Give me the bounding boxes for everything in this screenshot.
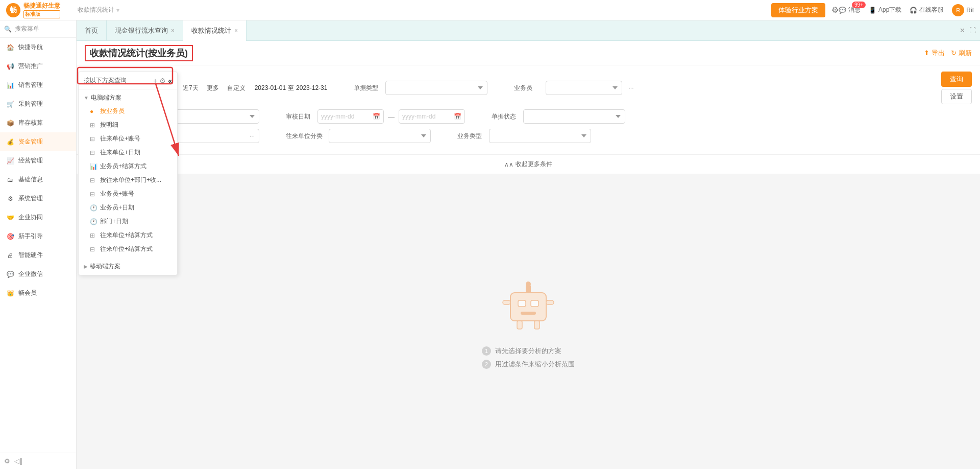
breadcrumb: 收款情况统计 ▾ bbox=[78, 6, 765, 14]
clock-icon-2: 🕐 bbox=[90, 218, 97, 225]
settings-icon[interactable]: ⚙ bbox=[4, 457, 10, 465]
tab-bank-flow[interactable]: 现金银行流水查询 × bbox=[107, 20, 183, 41]
home-icon: 🏠 bbox=[6, 43, 14, 52]
sales-icon: 📊 bbox=[6, 81, 14, 89]
date-dash: — bbox=[386, 113, 397, 121]
collapse-scheme-icon[interactable]: « bbox=[168, 77, 172, 85]
purchase-icon: 🛒 bbox=[6, 100, 14, 108]
scheme-item-label: 按明细 bbox=[100, 121, 118, 129]
sidebar-item-enterprise[interactable]: 🤝 企业协同 bbox=[0, 208, 76, 227]
tab-expand-icon[interactable]: ⛶ bbox=[969, 27, 976, 34]
sidebar-item-hardware[interactable]: 🖨 智能硬件 bbox=[0, 246, 76, 265]
page-header: 收款情况统计(按业务员) ⬆ 导出 ↻ 刷新 bbox=[77, 41, 980, 65]
sidebar-item-wechat[interactable]: 💬 企业微信 bbox=[0, 265, 76, 284]
scheme-group-mobile-title[interactable]: ▶ 移动端方案 bbox=[79, 260, 177, 273]
sidebar-item-finance[interactable]: 💰 资金管理 bbox=[0, 132, 76, 151]
date-btn-more[interactable]: 更多 bbox=[204, 83, 222, 93]
query-button[interactable]: 查询 bbox=[941, 72, 972, 87]
group-mobile-label: 移动端方案 bbox=[90, 262, 120, 271]
scheme-panel-title: 按以下方案查询 bbox=[84, 76, 127, 85]
tab-bank-flow-close[interactable]: × bbox=[171, 27, 175, 34]
salesman-more-icon[interactable]: ··· bbox=[628, 84, 633, 91]
scheme-item-counterpart-account[interactable]: ⊟ 往来单位+账号 bbox=[79, 132, 177, 146]
scheme-group-mobile: ▶ 移动端方案 bbox=[79, 258, 177, 275]
business-type-select[interactable] bbox=[489, 129, 591, 143]
scheme-item-salesman-settle[interactable]: 📊 业务员+结算方式 bbox=[79, 159, 177, 173]
gear-icon[interactable]: ⚙ bbox=[831, 5, 839, 15]
date-btn-7days[interactable]: 近7天 bbox=[180, 83, 202, 93]
finance-icon: 💰 bbox=[6, 138, 14, 146]
tab-bar: 首页 现金银行流水查询 × 收款情况统计 × ✕ ⛶ bbox=[77, 20, 980, 41]
scheme-item-salesman-date[interactable]: 🕐 业务员+日期 bbox=[79, 201, 177, 215]
refresh-button[interactable]: ↻ 刷新 bbox=[951, 49, 972, 58]
counterpart-category-label: 往来单位分类 bbox=[286, 132, 323, 140]
user-avatar[interactable]: R Rit bbox=[952, 4, 974, 16]
tab-close-all-icon[interactable]: ✕ bbox=[960, 27, 965, 34]
tab-bar-actions: ✕ ⛶ bbox=[960, 27, 980, 34]
search-icon: 🔍 bbox=[4, 26, 12, 33]
online-service-button[interactable]: 🎧 在线客服 bbox=[910, 6, 944, 14]
setting-scheme-icon[interactable]: ⚙ bbox=[159, 77, 166, 85]
tip-item-2: 2 用过滤条件来缩小分析范围 bbox=[482, 360, 575, 369]
sidebar-item-sales[interactable]: 📊 销售管理 bbox=[0, 76, 76, 95]
voucher-status-select[interactable] bbox=[523, 109, 625, 124]
counterpart-more-icon[interactable]: ··· bbox=[250, 132, 255, 139]
export-icon: ⬆ bbox=[924, 49, 929, 57]
salesman-select[interactable] bbox=[546, 81, 622, 95]
edition-badge: 标准版 bbox=[23, 10, 60, 18]
counterpart-category-select[interactable] bbox=[329, 129, 431, 143]
sidebar-item-basic[interactable]: 🗂 基础信息 bbox=[0, 170, 76, 189]
scheme-item-counterpart-date[interactable]: ⊟ 往来单位+日期 bbox=[79, 146, 177, 159]
review-date-from-input[interactable]: yyyy-mm-dd 📅 bbox=[317, 109, 384, 124]
scheme-group-desktop-title[interactable]: ▼ 电脑端方案 bbox=[79, 91, 177, 104]
scheme-item-salesman[interactable]: ● 按业务员 bbox=[79, 104, 177, 118]
scheme-item-label: 往来单位+账号 bbox=[100, 134, 140, 143]
operations-icon: 📈 bbox=[6, 157, 14, 165]
sidebar-item-purchase[interactable]: 🛒 采购管理 bbox=[0, 95, 76, 113]
scheme-item-counterpart-settle-1[interactable]: ⊞ 往来单位+结算方式 bbox=[79, 228, 177, 242]
setting-button[interactable]: 设置 bbox=[941, 89, 972, 104]
voucher-status-label: 单据状态 bbox=[492, 112, 517, 121]
sidebar-item-member[interactable]: 👑 畅会员 bbox=[0, 284, 76, 302]
sidebar: 🔍 搜索菜单 🏠 快捷导航 📢 营销推广 📊 销售管理 🛒 采购管理 📦 bbox=[0, 20, 77, 469]
search-menu-item[interactable]: 🔍 搜索菜单 bbox=[0, 20, 76, 38]
export-button[interactable]: ⬆ 导出 bbox=[924, 49, 945, 58]
tab-home[interactable]: 首页 bbox=[77, 20, 107, 41]
scheme-item-detail[interactable]: ⊞ 按明细 bbox=[79, 118, 177, 132]
trial-button[interactable]: 体验行业方案 bbox=[771, 3, 825, 17]
voucher-type-select[interactable] bbox=[385, 81, 487, 95]
filter-row-1: 单据日期 上月 本月 本年 近7天 更多 自定义 2023-01-01 至 20… bbox=[85, 72, 972, 104]
tab-collection-close[interactable]: × bbox=[234, 27, 238, 34]
notification-button[interactable]: 💬 消息 99+ bbox=[839, 6, 861, 14]
empty-state-icon bbox=[498, 275, 559, 336]
review-date-to-input[interactable]: yyyy-mm-dd 📅 bbox=[399, 109, 465, 124]
sidebar-bottom: ⚙ ◁‖ bbox=[0, 453, 76, 469]
sidebar-item-inventory[interactable]: 📦 库存核算 bbox=[0, 113, 76, 132]
content-area: 首页 现金银行流水查询 × 收款情况统计 × ✕ ⛶ 收款情况统计(按业务员) bbox=[77, 20, 980, 469]
filter-row-2: 部门 审核日期 yyyy-mm-dd 📅 — yyyy-mm-dd � bbox=[85, 109, 972, 124]
tab-collection[interactable]: 收款情况统计 × bbox=[183, 20, 247, 41]
date-btn-custom[interactable]: 自定义 bbox=[224, 83, 249, 93]
collapse-area: ∧∧ 收起更多条件 bbox=[77, 155, 980, 174]
filter-row-3: 往来单位 ··· 往来单位分类 业务类型 bbox=[85, 129, 972, 143]
sidebar-item-operations[interactable]: 📈 经营管理 bbox=[0, 151, 76, 170]
app-download-button[interactable]: 📱 App下载 bbox=[869, 6, 901, 14]
date-separator: 至 bbox=[288, 84, 294, 92]
add-scheme-icon[interactable]: + bbox=[153, 77, 157, 85]
scheme-item-label: 往来单位+结算方式 bbox=[100, 245, 153, 253]
scheme-item-counterpart-dept[interactable]: ⊟ 按往来单位+部门+收... bbox=[79, 173, 177, 187]
scheme-item-label: 往来单位+结算方式 bbox=[100, 231, 153, 240]
sidebar-item-system[interactable]: ⚙ 系统管理 bbox=[0, 189, 76, 208]
tip-text-2: 用过滤条件来缩小分析范围 bbox=[495, 360, 575, 369]
collapse-sidebar-icon[interactable]: ◁‖ bbox=[14, 457, 23, 465]
breadcrumb-text: 收款情况统计 bbox=[78, 6, 114, 14]
scheme-item-salesman-account[interactable]: ⊟ 业务员+账号 bbox=[79, 187, 177, 201]
sidebar-item-marketing[interactable]: 📢 营销推广 bbox=[0, 57, 76, 76]
sidebar-item-quicknav[interactable]: 🏠 快捷导航 bbox=[0, 38, 76, 57]
data-area: 1 请先选择要分析的方案 2 用过滤条件来缩小分析范围 bbox=[77, 174, 980, 469]
scheme-item-dept-date[interactable]: 🕐 部门+日期 bbox=[79, 215, 177, 228]
sidebar-item-guide[interactable]: 🎯 新手引导 bbox=[0, 227, 76, 246]
chart-icon: 📊 bbox=[90, 163, 97, 170]
collapse-button[interactable]: ∧∧ 收起更多条件 bbox=[504, 160, 552, 169]
scheme-item-counterpart-settle-2[interactable]: ⊟ 往来单位+结算方式 bbox=[79, 242, 177, 256]
